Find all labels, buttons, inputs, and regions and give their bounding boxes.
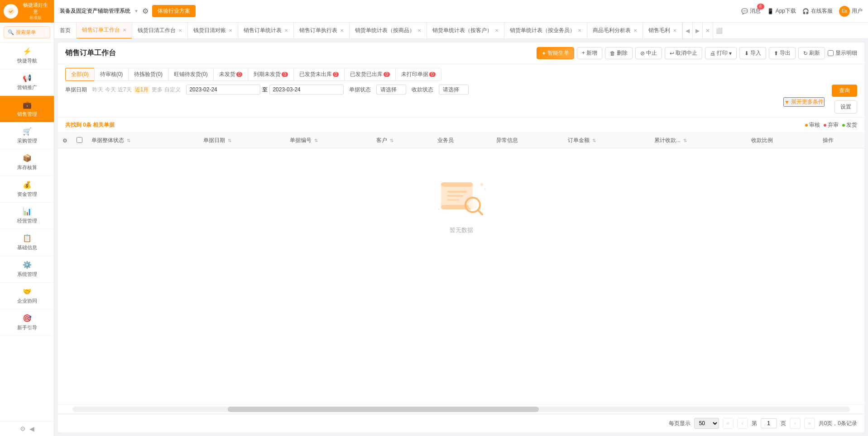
solution-button[interactable]: 体验行业方案	[152, 5, 196, 17]
date-from-input[interactable]	[186, 85, 260, 95]
sidebar-item-marketing[interactable]: 📢 营销推广	[0, 69, 54, 96]
th-received: 累计收款... ⇅	[650, 133, 747, 148]
tab-close-sales-by-staff[interactable]: ✕	[578, 28, 581, 33]
stop-button[interactable]: ⊘ 中止	[635, 47, 662, 59]
horizontal-scrollbar[interactable]	[72, 407, 850, 412]
date-quick-options: 昨天 今天 近7天 近1月 更多 自定义	[92, 86, 181, 94]
tab-sales-exec[interactable]: 销售订单执行表 ✕	[294, 23, 350, 39]
tab-close-sales-workbench[interactable]: ✕	[123, 28, 126, 33]
topbar-settings-icon[interactable]: ⚙	[142, 7, 149, 15]
sidebar-item-guide[interactable]: 🎯 新手引导	[0, 309, 54, 336]
scrollbar-thumb[interactable]	[228, 407, 539, 412]
date-separator: 至	[262, 86, 268, 94]
topbar: 装备及固定资产辅助管理系统 ▼ ⚙ 体验行业方案 💬 消息 6 📱 App下载 …	[54, 0, 868, 23]
topbar-dropdown-arrow[interactable]: ▼	[134, 9, 139, 14]
sidebar-item-purchase[interactable]: 🛒 采购管理	[0, 123, 54, 149]
refresh-button[interactable]: ↻ 刷新	[798, 47, 825, 59]
th-settings[interactable]: ⚙	[58, 133, 72, 148]
tab-sales-by-customer[interactable]: 销货单统计表（按客户） ✕	[427, 23, 504, 39]
delete-button[interactable]: 🗑 删除	[605, 47, 633, 59]
show-detail-checkbox[interactable]: 显示明细	[828, 49, 857, 57]
tab-cash-reconcile[interactable]: 钱货日清对账 ✕	[188, 23, 238, 39]
tab-close-sales-profit[interactable]: ✕	[673, 28, 676, 33]
tabs-next-btn[interactable]: ▶	[692, 23, 702, 39]
tab-sales-stats[interactable]: 销售订单统计表 ✕	[238, 23, 294, 39]
filter-tab-overdue[interactable]: 到期未发货0	[248, 68, 293, 81]
search-menu-button[interactable]: 🔍 搜索菜单	[4, 26, 50, 38]
filter-tab-shipped-out[interactable]: 已发货已出库0	[344, 68, 395, 81]
th-checkbox[interactable]	[72, 133, 87, 148]
tabs-prev-btn[interactable]: ◀	[682, 23, 692, 39]
tab-close-sales-by-customer[interactable]: ✕	[495, 28, 499, 33]
page-prev-btn[interactable]: ‹	[737, 418, 748, 429]
messages-btn[interactable]: 💬 消息 6	[741, 7, 761, 15]
tab-gross-profit[interactable]: 商品毛利分析表 ✕	[587, 23, 643, 39]
tab-close-cash-daily[interactable]: ✕	[178, 28, 182, 33]
tabs-maximize-btn[interactable]: ⬜	[713, 23, 725, 39]
expand-filters-btn[interactable]: ▼ 展开更多条件	[783, 97, 825, 107]
batch-cancel-review-btn[interactable]: 弃审	[824, 121, 839, 129]
batch-review-btn[interactable]: 审核	[805, 121, 820, 129]
add-button[interactable]: + 新增	[577, 47, 602, 59]
tab-sales-by-staff[interactable]: 销货单统计表（按业务员） ✕	[504, 23, 587, 39]
tab-close-cash-reconcile[interactable]: ✕	[229, 28, 232, 33]
date-7days[interactable]: 近7天	[118, 86, 132, 94]
date-more[interactable]: 更多	[152, 86, 163, 94]
tab-close-gross-profit[interactable]: ✕	[633, 28, 637, 33]
page-next-btn[interactable]: ›	[790, 418, 801, 429]
ai-generate-button[interactable]: ✦ 智能生单	[537, 47, 574, 59]
date-custom[interactable]: 自定义	[164, 86, 181, 94]
page-size-select[interactable]: 50 10 20 100	[694, 418, 719, 429]
date-to-input[interactable]	[269, 85, 344, 95]
tab-sales-by-product[interactable]: 销货单统计表（按商品） ✕	[350, 23, 427, 39]
filter-tab-all[interactable]: 全部(0)	[65, 68, 94, 81]
set-button[interactable]: 设置	[834, 100, 857, 114]
user-menu-btn[interactable]: Ea 用户	[839, 6, 863, 17]
sidebar-item-finance[interactable]: 💰 资金管理	[0, 176, 54, 203]
filter-tab-pending-review[interactable]: 待审核(0)	[94, 68, 129, 81]
payment-status-select[interactable]: 请选择	[439, 85, 469, 95]
select-all-checkbox[interactable]	[77, 137, 82, 143]
page-label-suffix: 页	[781, 420, 786, 427]
date-1month[interactable]: 近1月	[134, 86, 150, 94]
sidebar-item-system[interactable]: ⚙️ 系统管理	[0, 256, 54, 283]
date-yesterday[interactable]: 昨天	[92, 86, 103, 94]
tabs-close-all-btn[interactable]: ✕	[702, 23, 713, 39]
export-button[interactable]: ⬆ 导出	[769, 47, 796, 59]
tab-close-sales-exec[interactable]: ✕	[340, 28, 344, 33]
sidebar-item-quicknav[interactable]: ⚡ 快捷导航	[0, 43, 54, 69]
page-number-input[interactable]	[761, 418, 777, 428]
page-first-btn[interactable]: «	[723, 418, 734, 429]
import-button[interactable]: ⬇ 导入	[739, 47, 766, 59]
show-detail-input[interactable]	[828, 50, 834, 56]
tab-sales-profit[interactable]: 销售毛利 ✕	[643, 23, 682, 39]
tab-home[interactable]: 首页	[54, 23, 77, 39]
filter-tab-not-printed[interactable]: 未打印单据0	[395, 68, 441, 81]
batch-ship-btn[interactable]: 发货	[842, 121, 857, 129]
filter-tab-wangpu[interactable]: 旺铺待发货(0)	[168, 68, 213, 81]
status-filter-select[interactable]: 请选择	[376, 85, 406, 95]
filter-tab-not-shipped[interactable]: 未发货0	[213, 68, 248, 81]
sidebar-item-enterprise[interactable]: 🤝 企业协同	[0, 283, 54, 309]
cancel-stop-button[interactable]: ↩ 取消中止	[665, 47, 702, 59]
filter-tab-shipped-not-out[interactable]: 已发货未出库0	[293, 68, 345, 81]
print-button[interactable]: 🖨 打印 ▾	[705, 47, 737, 59]
sidebar-item-inventory[interactable]: 📦 库存核算	[0, 149, 54, 176]
date-today[interactable]: 今天	[105, 86, 116, 94]
app-download-btn[interactable]: 📱 App下载	[767, 7, 796, 15]
sidebar-item-sales[interactable]: 💼 销售管理	[0, 96, 54, 123]
sidebar-collapse-btn[interactable]: ◀	[29, 425, 34, 432]
filter-tabs: 全部(0) 待审核(0) 待拣验货(0) 旺铺待发货(0) 未发货0 到期未发货…	[65, 68, 857, 81]
sidebar-item-baseinfo[interactable]: 📋 基础信息	[0, 229, 54, 256]
tab-sales-workbench[interactable]: 销售订单工作台 ✕	[77, 23, 132, 39]
page-last-btn[interactable]: »	[804, 418, 815, 429]
online-service-btn[interactable]: 🎧 在线客服	[802, 7, 833, 15]
sidebar-settings-btn[interactable]: ⚙	[20, 425, 26, 432]
query-button[interactable]: 查询	[832, 85, 857, 97]
table-area: 共找到 0条 相关单据 审核 弃审	[58, 118, 864, 432]
tab-close-sales-by-product[interactable]: ✕	[417, 28, 421, 33]
filter-tab-pending-check[interactable]: 待拣验货(0)	[128, 68, 168, 81]
tab-close-sales-stats[interactable]: ✕	[284, 28, 288, 33]
tab-cash-daily[interactable]: 钱货日清工作台 ✕	[132, 23, 188, 39]
sidebar-item-operation[interactable]: 📊 经营管理	[0, 203, 54, 229]
